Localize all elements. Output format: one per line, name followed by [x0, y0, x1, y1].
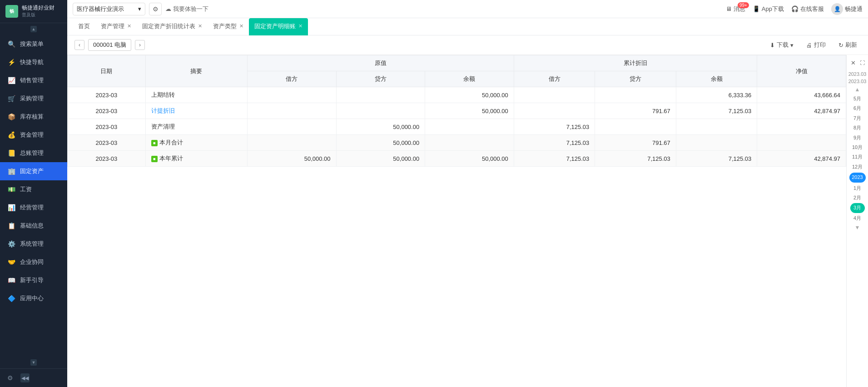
sidebar-item-payroll[interactable]: 💵 工资 — [0, 180, 67, 198]
sidebar-item-funds[interactable]: 💰 资金管理 — [0, 126, 67, 144]
asset-detail-table: 日期 摘要 原值 累计折旧 净值 — [67, 55, 846, 167]
cell-orig-debit — [247, 103, 336, 119]
sidebar-item-label-funds: 资金管理 — [20, 131, 44, 139]
download-button[interactable]: ⬇ 下载 ▾ — [766, 39, 797, 51]
main-table-area: 日期 摘要 原值 累计折旧 净值 — [67, 55, 846, 387]
message-badge: 99+ — [738, 2, 749, 8]
topbar: 医疗器械行业演示 ▾ ⚙ ☁ 我要体验一下 🖥 消息 99+ 📱 App下载 🎧… — [67, 0, 868, 18]
timeline-up-button[interactable]: ▲ — [853, 85, 862, 94]
sidebar-item-label-guide: 新手引导 — [20, 276, 44, 284]
sidebar-item-cooperation[interactable]: 🤝 企业协同 — [0, 253, 67, 271]
cell-net-value: 42,874.97 — [757, 151, 846, 167]
sidebar-item-label-payroll: 工资 — [20, 185, 32, 194]
timeline-month-2[interactable]: 2月 — [849, 193, 866, 203]
scroll-down-btn[interactable]: ▼ — [30, 359, 37, 366]
download-dropdown-icon: ▾ — [790, 42, 794, 49]
next-asset-button[interactable]: › — [135, 40, 145, 50]
sidebar-scroll-down[interactable]: ▼ — [0, 357, 67, 368]
summary-link[interactable]: 计提折旧 — [151, 107, 175, 114]
timeline-controls: ✕ ⛶ — [847, 57, 868, 70]
sidebar-item-quick-nav[interactable]: ⚡ 快捷导航 — [0, 53, 67, 71]
sidebar-item-operations[interactable]: 📊 经营管理 — [0, 198, 67, 217]
cell-date: 2023-03 — [68, 135, 146, 151]
tab-close-asset-mgmt[interactable]: ✕ — [127, 23, 131, 29]
app-download-label: App下载 — [762, 5, 784, 13]
company-selector[interactable]: 医疗器械行业演示 ▾ — [73, 3, 145, 15]
cell-net-value: 43,666.64 — [757, 87, 846, 103]
chevron-left-icon: ‹ — [79, 42, 80, 48]
user-name: 畅捷通 — [845, 5, 863, 13]
sidebar-item-guide[interactable]: 📖 新手引导 — [0, 271, 67, 289]
sidebar-scroll-up[interactable]: ▲ — [0, 23, 67, 35]
refresh-label: 刷新 — [845, 41, 857, 49]
tab-depreciation-stats[interactable]: 固定资产折旧统计表 ✕ — [137, 18, 208, 35]
sidebar-item-fixed-assets[interactable]: 🏢 固定资产 — [0, 162, 67, 180]
sidebar-item-label-operations: 经营管理 — [20, 203, 44, 212]
timeline-month-1[interactable]: 1月 — [849, 184, 866, 193]
timeline-month-6[interactable]: 6月 — [849, 104, 866, 113]
online-service-button[interactable]: 🎧 在线客服 — [791, 5, 824, 13]
timeline-date-1: 2023.03 — [847, 70, 868, 78]
user-area[interactable]: 👤 畅捷通 — [831, 3, 863, 15]
tab-close-asset-type[interactable]: ✕ — [239, 23, 243, 29]
timeline-month-12[interactable]: 12月 — [849, 162, 866, 172]
refresh-button[interactable]: ↻ 刷新 — [835, 39, 861, 51]
cell-date: 2023-03 — [68, 103, 146, 119]
company-name: 医疗器械行业演示 — [77, 5, 135, 13]
sidebar-item-system[interactable]: ⚙️ 系统管理 — [0, 235, 67, 253]
tab-asset-detail[interactable]: 固定资产明细账 ✕ — [249, 18, 308, 35]
scroll-up-btn[interactable]: ▲ — [30, 26, 37, 32]
sidebar-item-app-center[interactable]: 🔷 应用中心 — [0, 289, 67, 308]
settings-footer-icon[interactable]: ⚙ — [7, 374, 13, 382]
sidebar-footer: ⚙ ◀◀ — [0, 368, 67, 387]
sidebar-item-basic-info[interactable]: 📋 基础信息 — [0, 217, 67, 235]
timeline-month-11[interactable]: 11月 — [849, 152, 866, 162]
timeline-close-button[interactable]: ✕ — [848, 58, 858, 68]
timeline-month-9[interactable]: 9月 — [849, 133, 866, 143]
cell-date: 2023-03 — [68, 87, 146, 103]
timeline-expand-button[interactable]: ⛶ — [859, 58, 866, 68]
cell-summary: 资产清理 — [145, 119, 247, 135]
experience-button[interactable]: ☁ 我要体验一下 — [165, 5, 208, 13]
sidebar-collapse-button[interactable]: ◀◀ — [20, 373, 30, 382]
tab-home[interactable]: 首页 — [73, 18, 95, 35]
sidebar-item-sales[interactable]: 📈 销售管理 — [0, 71, 67, 89]
sidebar-item-label-cooperation: 企业协同 — [20, 258, 44, 266]
cell-orig-balance — [425, 135, 514, 151]
cell-date: 2023-03 — [68, 151, 146, 167]
tab-label-asset-mgmt: 资产管理 — [101, 22, 124, 30]
timeline-month-5[interactable]: 5月 — [849, 94, 866, 104]
timeline-down-button[interactable]: ▼ — [853, 223, 862, 232]
message-button[interactable]: 🖥 消息 99+ — [726, 5, 745, 13]
timeline-month-10[interactable]: 10月 — [849, 143, 866, 152]
timeline-year-2023[interactable]: 2023 — [849, 173, 866, 182]
timeline-month-4[interactable]: 4月 — [849, 213, 866, 223]
print-button[interactable]: 🖨 打印 — [803, 39, 829, 51]
sidebar-item-purchase[interactable]: 🛒 采购管理 — [0, 89, 67, 108]
phone-icon: 📱 — [753, 5, 760, 12]
sidebar-item-search[interactable]: 🔍 搜索菜单 — [0, 35, 67, 53]
tab-asset-type[interactable]: 资产类型 ✕ — [208, 18, 249, 35]
message-icon: 🖥 — [726, 5, 732, 12]
timeline-month-7[interactable]: 7月 — [849, 114, 866, 123]
sidebar-item-ledger[interactable]: 📒 总账管理 — [0, 144, 67, 162]
th-accum-balance: 余额 — [676, 71, 757, 87]
cell-accum-debit: 7,125.03 — [514, 119, 595, 135]
tab-asset-mgmt[interactable]: 资产管理 ✕ — [95, 18, 137, 35]
tab-close-depreciation-stats[interactable]: ✕ — [198, 23, 202, 29]
cell-orig-balance: 50,000.00 — [425, 87, 514, 103]
sidebar-item-inventory[interactable]: 📦 库存核算 — [0, 108, 67, 126]
th-date: 日期 — [68, 55, 146, 87]
th-original-debit: 借方 — [247, 71, 336, 87]
topbar-settings-button[interactable]: ⚙ — [149, 3, 162, 15]
timeline-date-2: 2023.03 — [847, 78, 868, 85]
cell-orig-balance: 50,000.00 — [425, 151, 514, 167]
timeline-month-8[interactable]: 8月 — [849, 123, 866, 133]
cell-accum-credit — [595, 87, 676, 103]
prev-asset-button[interactable]: ‹ — [74, 40, 84, 50]
book-icon: 📒 — [7, 149, 15, 157]
tab-close-asset-detail[interactable]: ✕ — [298, 23, 303, 29]
search-icon: 🔍 — [7, 40, 15, 48]
app-download-button[interactable]: 📱 App下载 — [753, 5, 784, 13]
timeline-month-3-active[interactable]: 3月 — [850, 203, 865, 213]
